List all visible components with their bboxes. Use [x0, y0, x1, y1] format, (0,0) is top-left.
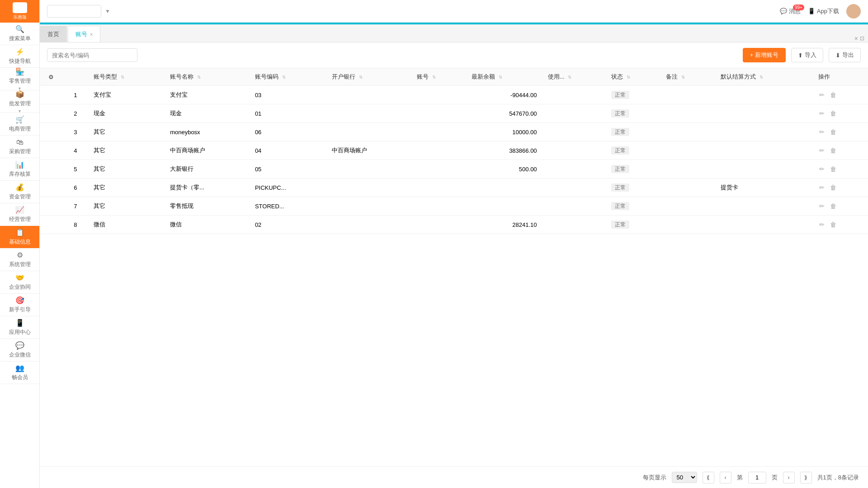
- dropdown-arrow-icon[interactable]: ▼: [105, 8, 110, 14]
- import-button[interactable]: ⬆ 导入: [791, 48, 823, 62]
- delete-button[interactable]: 🗑: [829, 90, 837, 99]
- sidebar-label-purchase: 采购管理: [9, 148, 31, 155]
- table-body: 1 支付宝 支付宝 03 -90444.00 正常 ✏ 🗑 2 现金 现金 01…: [40, 86, 868, 234]
- sidebar-item-enterprise[interactable]: 🤝企业协同: [0, 271, 39, 294]
- search-input[interactable]: [47, 49, 132, 61]
- sidebar-item-purchase[interactable]: 🛍采购管理: [0, 136, 39, 158]
- app-download-button[interactable]: 📱 App下载: [808, 7, 839, 15]
- cell-balance: 383866.00: [466, 141, 542, 160]
- delete-button[interactable]: 🗑: [829, 202, 837, 211]
- cell-type: 微信: [88, 216, 165, 234]
- sidebar-item-ecommerce[interactable]: 🛒电商管理: [0, 113, 39, 136]
- cell-usage: [542, 86, 606, 104]
- edit-button[interactable]: ✏: [818, 109, 826, 118]
- cell-default-pay: [715, 197, 813, 216]
- cell-index: 4: [62, 141, 88, 160]
- cell-code: 01: [250, 104, 327, 123]
- edit-button[interactable]: ✏: [818, 90, 826, 99]
- content-area: ⚙ 账号类型 ⇅ 账号名称 ⇅ 账号编码 ⇅ 开户银行 ⇅ 账号 ⇅ 最新余额 …: [40, 68, 868, 466]
- col-code[interactable]: 账号编码 ⇅: [250, 68, 327, 86]
- sidebar-label-system: 系统管理: [9, 261, 31, 268]
- cell-index: 2: [62, 104, 88, 123]
- delete-button[interactable]: 🗑: [829, 183, 837, 192]
- sidebar-icon-inventory: 📊: [15, 160, 24, 169]
- maximize-tab-icon[interactable]: ⊡: [860, 35, 864, 42]
- user-avatar[interactable]: [846, 4, 861, 19]
- top-search-input[interactable]: [47, 5, 101, 18]
- cell-name: 微信: [165, 216, 250, 234]
- sidebar-item-app-center[interactable]: 📱应用中心: [0, 316, 39, 339]
- table-row: 1 支付宝 支付宝 03 -90444.00 正常 ✏ 🗑: [40, 86, 868, 104]
- col-status[interactable]: 状态 ⇅: [606, 68, 660, 86]
- sidebar-icon-finance: 💰: [15, 183, 24, 192]
- sidebar-item-finance[interactable]: 💰资金管理: [0, 181, 39, 203]
- next-page-button[interactable]: ›: [783, 472, 795, 483]
- close-tab-icon[interactable]: ×: [854, 35, 858, 42]
- col-balance[interactable]: 最新余额 ⇅: [466, 68, 542, 86]
- message-icon: 💬: [780, 8, 787, 14]
- tab-home[interactable]: 首页: [40, 26, 67, 42]
- cell-usage: [542, 160, 606, 178]
- col-name[interactable]: 账号名称 ⇅: [165, 68, 250, 86]
- sidebar-icon-search-menu: 🔍: [15, 25, 24, 33]
- col-usage[interactable]: 使用... ⇅: [542, 68, 606, 86]
- edit-button[interactable]: ✏: [818, 146, 826, 155]
- delete-button[interactable]: 🗑: [829, 146, 837, 155]
- page-size-select[interactable]: 50 100 200: [672, 472, 697, 483]
- status-badge: 正常: [611, 183, 629, 192]
- sidebar-item-wechat[interactable]: 💬企业微信: [0, 339, 39, 361]
- cell-index: 7: [62, 197, 88, 216]
- col-default-pay[interactable]: 默认结算方式 ⇅: [715, 68, 813, 86]
- tab-close-account[interactable]: ×: [90, 32, 93, 37]
- sidebar-item-inventory[interactable]: 📊库存核算: [0, 158, 39, 181]
- export-button[interactable]: ⬇ 导出: [829, 48, 861, 62]
- cell-action: ✏ 🗑: [813, 123, 868, 141]
- tab-account[interactable]: 账号×: [68, 26, 100, 42]
- edit-button[interactable]: ✏: [818, 127, 826, 136]
- delete-button[interactable]: 🗑: [829, 220, 837, 229]
- col-account[interactable]: 账号 ⇅: [411, 68, 466, 86]
- cell-bank: [326, 216, 411, 234]
- pagination: 每页显示 50 100 200 ⟪ ‹ 第 页 › ⟫ 共1页，8条记录: [40, 466, 868, 488]
- sidebar-item-search-menu[interactable]: 🔍搜索菜单: [0, 23, 39, 45]
- col-bank[interactable]: 开户银行 ⇅: [326, 68, 411, 86]
- cell-balance: -90444.00: [466, 86, 542, 104]
- export-icon: ⬇: [835, 52, 840, 59]
- add-account-button[interactable]: + 新增账号: [743, 48, 786, 62]
- sidebar-icon-purchase: 🛍: [16, 138, 24, 146]
- sidebar-item-guide[interactable]: 🎯新手引导: [0, 294, 39, 316]
- first-page-button[interactable]: ⟪: [703, 472, 714, 483]
- sidebar-item-retail[interactable]: 🏪零售管理▼: [0, 68, 39, 90]
- edit-button[interactable]: ✏: [818, 183, 826, 192]
- table-row: 8 微信 微信 02 28241.10 正常 ✏ 🗑: [40, 216, 868, 234]
- cell-code: 05: [250, 160, 327, 178]
- chevron-icon: ▼: [18, 109, 22, 113]
- sidebar-label-finance: 资金管理: [9, 193, 31, 201]
- edit-button[interactable]: ✏: [818, 164, 826, 174]
- delete-button[interactable]: 🗑: [829, 127, 837, 136]
- cell-account: [411, 178, 466, 197]
- delete-button[interactable]: 🗑: [829, 164, 837, 174]
- last-page-button[interactable]: ⟫: [800, 472, 812, 483]
- cell-settings: [40, 141, 62, 160]
- cell-remark: [660, 197, 715, 216]
- sidebar-item-basic-info[interactable]: 📋基础信息: [0, 226, 39, 249]
- message-button[interactable]: 💬 消息 99+: [780, 7, 801, 15]
- sidebar-label-operations: 经营管理: [9, 216, 31, 223]
- prev-page-button[interactable]: ‹: [720, 472, 731, 483]
- edit-button[interactable]: ✏: [818, 202, 826, 211]
- sidebar-item-quick-nav[interactable]: ⚡快捷导航: [0, 45, 39, 68]
- sidebar-item-system[interactable]: ⚙系统管理: [0, 249, 39, 271]
- cell-type: 现金: [88, 104, 165, 123]
- sidebar-item-member[interactable]: 👥畅会员: [0, 361, 39, 384]
- delete-button[interactable]: 🗑: [829, 109, 837, 118]
- col-settings[interactable]: ⚙: [40, 68, 62, 86]
- col-remark[interactable]: 备注 ⇅: [660, 68, 715, 86]
- sidebar-item-operations[interactable]: 📈经营管理: [0, 203, 39, 226]
- page-input[interactable]: [748, 472, 766, 483]
- sidebar-item-wholesale[interactable]: 📦批发管理▼: [0, 90, 39, 113]
- col-type[interactable]: 账号类型 ⇅: [88, 68, 165, 86]
- edit-button[interactable]: ✏: [818, 220, 826, 229]
- search-button[interactable]: 🔍: [132, 49, 137, 61]
- cell-remark: [660, 216, 715, 234]
